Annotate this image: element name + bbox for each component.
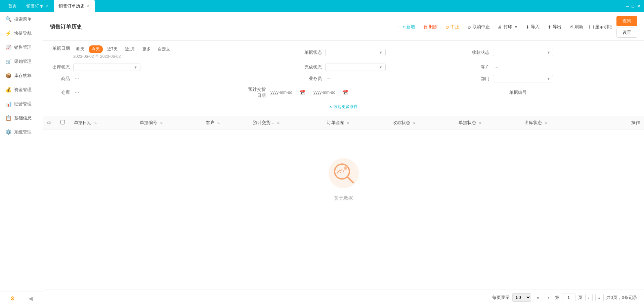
date-pill-today[interactable]: 今天 (89, 45, 103, 53)
basic-info-icon: 📋 (5, 115, 11, 121)
tab-sales-order[interactable]: 销售订单 ✕ (22, 0, 54, 12)
sidebar-item-purchase-mgmt[interactable]: 🛒 采购管理 (0, 54, 43, 69)
print-arrow-icon: ▼ (514, 25, 518, 29)
delivery-date-from-cal-icon[interactable]: 📅 (299, 90, 305, 95)
date-pill-custom[interactable]: 自定义 (155, 45, 173, 53)
sidebar-collapse-icon[interactable]: ◀ (29, 295, 33, 302)
page-title: 销售订单历史 (50, 24, 82, 31)
query-button[interactable]: 查询 (616, 16, 637, 26)
page-size-label: 每页显示 (492, 295, 510, 301)
col-pay-status[interactable]: 收款状态 ⇅ (389, 116, 455, 129)
sales-mgmt-icon: 📈 (5, 44, 11, 50)
date-pill-1month[interactable]: 近1月 (122, 45, 138, 53)
delete-icon: 🗑 (423, 25, 427, 30)
empty-icon (327, 156, 360, 190)
tab-sales-order-history[interactable]: 销售订单历史 ✕ (54, 0, 95, 12)
finance-icon: 💰 (5, 87, 11, 93)
search-menu-icon: 🔍 (5, 16, 11, 22)
ops-mgmt-icon: 📊 (5, 101, 11, 107)
maximize-btn[interactable]: □ (632, 4, 634, 9)
delivery-date-to[interactable] (312, 89, 342, 96)
window-controls: ─ □ ✕ (626, 4, 641, 9)
sidebar-item-sys-mgmt[interactable]: ⚙️ 系统管理 (0, 125, 43, 139)
col-delivery-date[interactable]: 预计交货... ⇅ (249, 116, 323, 129)
goods-label: 商品 (50, 76, 73, 82)
sidebar-item-basic-info[interactable]: 📋 基础信息 (0, 111, 43, 125)
goods-input[interactable]: ··· (73, 76, 80, 82)
sidebar-item-inventory[interactable]: 📦 库存核算 (0, 69, 43, 83)
col-delivery-sort-icon: ⇅ (277, 121, 280, 125)
data-table: ⚙ 单据日期 ⇅ 单据编号 ⇅ 客户 ⇅ (43, 116, 644, 129)
table-area: ⚙ 单据日期 ⇅ 单据编号 ⇅ 客户 ⇅ (43, 116, 644, 290)
page-word: 第 (555, 295, 559, 301)
refresh-button[interactable]: ↺ 刷新 (567, 23, 585, 31)
table-settings-col[interactable]: ⚙ (43, 116, 56, 129)
pay-status-label: 收款状态 (469, 49, 493, 55)
sidebar-item-ops-mgmt[interactable]: 📊 经营管理 (0, 97, 43, 111)
export-button[interactable]: ⬆ 导出 (546, 23, 563, 31)
collapse-more-btn[interactable]: ∧ 收起更多条件 (50, 103, 637, 111)
col-out-status[interactable]: 出库状态 ⇅ (520, 116, 586, 129)
close-sales-order-tab[interactable]: ✕ (46, 4, 49, 8)
prev-page-btn[interactable]: ‹ (545, 294, 552, 301)
page-size-select[interactable]: 50 10 20 100 (512, 293, 531, 302)
select-all-checkbox[interactable] (60, 120, 65, 124)
close-btn[interactable]: ✕ (637, 4, 641, 9)
empty-text: 暂无数据 (334, 195, 353, 201)
sales-person-label: 业务员 (302, 76, 325, 82)
date-pills: 昨天 今天 近7天 近1月 更多 自定义 (73, 45, 173, 53)
sidebar-item-quick-nav[interactable]: ⚡ 快捷导航 (0, 26, 43, 40)
next-page-btn[interactable]: › (585, 294, 593, 301)
date-pill-yesterday[interactable]: 昨天 (73, 45, 87, 53)
sidebar-settings-icon[interactable]: ⚙ (10, 295, 15, 302)
date-pill-more[interactable]: 更多 (139, 45, 154, 53)
out-status-arrow-icon: ▼ (134, 65, 137, 69)
customer-label: 客户 (469, 64, 493, 70)
col-order-status[interactable]: 单据状态 ⇅ (455, 116, 520, 129)
delivery-date-to-cal-icon[interactable]: 📅 (342, 90, 348, 95)
col-order-amount[interactable]: 订单金额 ⇅ (323, 116, 389, 129)
col-order-status-sort-icon: ⇅ (479, 121, 481, 125)
svg-point-5 (343, 170, 344, 172)
close-history-tab[interactable]: ✕ (87, 4, 90, 8)
date-pill-7days[interactable]: 近7天 (104, 45, 121, 53)
table-checkbox-col[interactable] (56, 116, 70, 129)
setting-button[interactable]: 设置 (616, 28, 637, 38)
cancel-stop-button[interactable]: ⊘ 取消中止 (465, 23, 492, 31)
show-detail-checkbox[interactable] (589, 25, 594, 29)
sidebar-item-search-menu[interactable]: 🔍 搜索菜单 (0, 12, 43, 26)
col-amount-sort-icon: ⇅ (347, 121, 349, 125)
customer-input[interactable]: ··· (493, 64, 500, 70)
page-header: 销售订单历史 ＋ + 新增 🗑 删除 ⊘ 中止 ⊘ 取消中止 (43, 12, 644, 41)
sales-person-input[interactable]: ··· (325, 76, 332, 82)
sidebar-item-finance[interactable]: 💰 资金管理 (0, 83, 43, 97)
col-customer[interactable]: 客户 ⇅ (202, 116, 249, 129)
minimize-btn[interactable]: ─ (626, 4, 629, 9)
sys-mgmt-icon: ⚙️ (5, 129, 11, 135)
import-button[interactable]: ⬇ 导入 (524, 23, 542, 31)
stop-button[interactable]: ⊘ 中止 (443, 23, 461, 31)
delivery-date-from[interactable] (269, 89, 299, 96)
filter-row-1: 单据日期 昨天 今天 近7天 近1月 更多 自定义 2023-06-02 至 2… (50, 45, 637, 60)
sidebar-item-sales-mgmt[interactable]: 📈 销售管理 (0, 40, 43, 54)
warehouse-input[interactable]: ··· (73, 89, 80, 96)
col-date[interactable]: 单据日期 ⇅ (70, 116, 136, 129)
show-detail-checkbox-label[interactable]: 显示明细 (589, 24, 612, 30)
complete-status-select[interactable]: ▼ (325, 64, 386, 71)
filter-area: 单据日期 昨天 今天 近7天 近1月 更多 自定义 2023-06-02 至 2… (43, 41, 644, 116)
page-unit: 页 (578, 295, 583, 301)
dept-select[interactable]: ▼ (493, 75, 553, 82)
order-status-select[interactable]: ▼ (325, 49, 386, 56)
current-page-input[interactable] (562, 294, 575, 301)
print-button[interactable]: 🖨 打印 ▼ (496, 23, 520, 31)
first-page-btn[interactable]: « (534, 294, 542, 301)
tab-home[interactable]: 首页 (3, 0, 22, 12)
add-button[interactable]: ＋ + 新增 (395, 23, 417, 31)
out-status-select[interactable]: ▼ (73, 64, 140, 71)
col-order-no[interactable]: 单据编号 ⇅ (136, 116, 202, 129)
svg-point-3 (344, 166, 347, 170)
last-page-btn[interactable]: » (595, 294, 604, 301)
pay-status-select[interactable]: ▼ (493, 49, 553, 56)
empty-state: 暂无数据 (43, 129, 644, 228)
delete-button[interactable]: 🗑 删除 (421, 23, 439, 31)
